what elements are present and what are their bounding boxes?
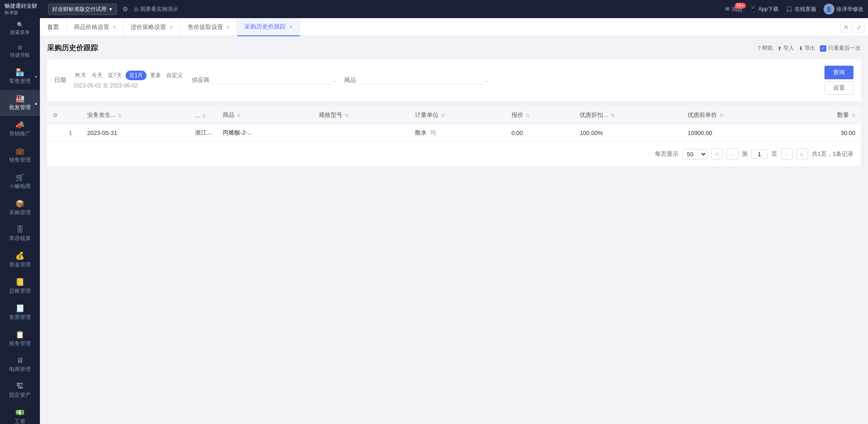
app-download-button[interactable]: 📱 App下载: [750, 5, 779, 13]
th-price[interactable]: 报价 ⇅: [506, 106, 575, 124]
tab-home[interactable]: 首页: [40, 18, 67, 36]
date-range-display: 2023-05-02 至 2023-06-02: [73, 82, 185, 90]
row-price: 0.00: [506, 124, 575, 142]
tab-purchase-strategy[interactable]: 进价策略设置 ×: [123, 18, 180, 36]
supplier-label: 供应商: [192, 76, 210, 84]
tabbar-actions: ✕ ⤢: [841, 22, 868, 33]
message-icon: ✉: [725, 6, 730, 12]
maximize-tab-button[interactable]: ⤢: [853, 22, 864, 33]
chevron-up-icon: ▴: [35, 101, 37, 106]
tabbar: 首页 商品价格设置 × 进价策略设置 × 售价提取设置 × 采购历史价跟踪 × …: [40, 18, 868, 36]
tab-purchase-history[interactable]: 采购历史价跟踪 ×: [237, 18, 300, 36]
th-goods[interactable]: 商品 ⇅: [217, 106, 313, 124]
sidebar-search[interactable]: 🔍 搜索菜单: [0, 18, 40, 41]
data-table-wrap: ⚙ 业务发生... ⇅ ... ⇅: [47, 106, 861, 166]
page-suffix: 页: [771, 150, 777, 158]
th-qty[interactable]: 数量 ⇅: [792, 106, 861, 124]
close-tab-goods-price[interactable]: ×: [113, 24, 116, 30]
row-discount: 100.00%: [574, 124, 682, 142]
wholesale-icon: 🏭: [15, 94, 24, 103]
sidebar-item-finance[interactable]: 💰 资金管理: [0, 247, 40, 273]
page-number-input[interactable]: [751, 149, 768, 159]
supplier-input[interactable]: [211, 76, 331, 85]
close-tab-button[interactable]: ✕: [841, 22, 852, 33]
th-discount[interactable]: 优惠折扣... ⇅: [574, 106, 682, 124]
sort-icon-biz-date: ⇅: [118, 113, 122, 118]
sidebar-item-ecommerce[interactable]: 🖥 电商管理: [0, 352, 40, 378]
sort-icon-spec: ⇅: [345, 113, 349, 118]
tab-goods-price[interactable]: 商品价格设置 ×: [67, 18, 123, 36]
online-service-button[interactable]: 🎧 在线客服: [786, 5, 816, 13]
sidebar-item-ecommerce-small[interactable]: 🛒 小畅电商: [0, 169, 40, 195]
export-button[interactable]: ⬇ 导出: [799, 44, 815, 52]
close-tab-price-extract[interactable]: ×: [227, 24, 229, 30]
avatar: 👤: [824, 4, 834, 14]
sidebar-item-ledger[interactable]: 📒 总账管理: [0, 273, 40, 299]
version-selector[interactable]: 好业财标准版交付试用 ▼: [48, 4, 117, 15]
next-page-button[interactable]: ›: [781, 148, 793, 160]
query-button[interactable]: 查询: [824, 66, 853, 79]
date-btn-yesterday[interactable]: 昨天: [73, 71, 88, 80]
settings-icon[interactable]: ⚙: [121, 4, 130, 14]
app-logo: 畅捷通好业财 标准版: [5, 3, 44, 16]
sidebar-item-invoice[interactable]: 🧾 发票管理: [0, 299, 40, 326]
first-page-button[interactable]: ⊲: [711, 148, 723, 160]
row-spec: [313, 124, 410, 142]
row-col3: 浙江...: [190, 124, 217, 142]
import-button[interactable]: ⬆ 导入: [777, 44, 794, 52]
th-col3[interactable]: ... ⇅: [190, 106, 217, 124]
only-last-checkbox-wrap[interactable]: ✓ 只看最后一次: [820, 44, 861, 52]
goods-more-btn[interactable]: ...: [485, 77, 489, 83]
row-biz-date: 2023-05-31: [82, 124, 190, 142]
filter-bar: 日期 昨天 今天 近7天 近1月 更多 自定义 2023-05-02 至 202…: [47, 59, 861, 101]
th-unit[interactable]: 计量单位 ⇅: [410, 106, 506, 124]
supplier-more-btn[interactable]: ...: [332, 77, 337, 83]
th-pre-discount-price[interactable]: 优惠前单价 ⇅: [682, 106, 792, 124]
data-table: ⚙ 业务发生... ⇅ ... ⇅: [47, 106, 861, 141]
date-btn-today[interactable]: 今天: [90, 71, 104, 80]
goods-filter: 商品 ...: [344, 76, 489, 85]
date-btn-7days[interactable]: 近7天: [106, 71, 124, 80]
page-label: 第: [742, 150, 748, 158]
sidebar-item-inventory[interactable]: 🗄 库存核算: [0, 221, 40, 247]
th-spec[interactable]: 规格型号 ⇅: [313, 106, 410, 124]
tab-price-extract[interactable]: 售价提取设置 ×: [180, 18, 237, 36]
sidebar-item-sales[interactable]: 💼 销售管理: [0, 142, 40, 169]
th-biz-date[interactable]: 业务发生... ⇅: [82, 106, 190, 124]
retail-icon: 🏪: [15, 68, 24, 77]
total-info: 共1页，1条记录: [812, 150, 853, 158]
row-unit: 散水 吨: [410, 124, 506, 142]
message-button[interactable]: ✉ 消息 99+: [725, 5, 742, 13]
sidebar-quick-nav[interactable]: ⊞ 快捷导航: [0, 41, 40, 63]
export-icon: ⬇: [799, 45, 803, 52]
column-settings-icon[interactable]: ⚙: [53, 112, 58, 119]
only-last-checkbox[interactable]: ✓: [820, 45, 826, 52]
date-btn-custom[interactable]: 自定义: [165, 71, 185, 80]
help-button[interactable]: ? 帮助: [757, 44, 773, 52]
last-page-button[interactable]: ⊳: [796, 148, 808, 160]
demo-link[interactable]: ◎ 我要看实例演示: [134, 5, 178, 13]
purchase-icon: 📦: [15, 199, 24, 208]
sales-icon: 💼: [15, 147, 24, 155]
goods-input[interactable]: [358, 76, 483, 85]
sort-icon-discount: ⇅: [611, 113, 614, 118]
sidebar-item-wholesale[interactable]: 🏭 批发管理 ▴: [0, 90, 40, 116]
settings-button[interactable]: 设置: [824, 81, 853, 95]
import-icon: ⬆: [777, 45, 782, 52]
sidebar-item-purchase[interactable]: 📦 采购管理: [0, 195, 40, 221]
sidebar-item-fixed-assets[interactable]: 🏗 固定资产: [0, 378, 40, 404]
close-tab-purchase-strategy[interactable]: ×: [170, 24, 172, 30]
date-btn-more[interactable]: 更多: [148, 71, 163, 80]
prev-page-button[interactable]: ‹: [727, 148, 738, 160]
fixed-assets-icon: 🏗: [16, 382, 24, 390]
per-page-select[interactable]: 50 100 200: [682, 149, 707, 159]
date-btn-1month[interactable]: 近1月: [126, 71, 147, 80]
close-tab-purchase-history[interactable]: ×: [289, 24, 292, 29]
user-menu-button[interactable]: 👤 徐泽华修改: [824, 4, 863, 14]
row-qty: 30.00: [792, 124, 861, 142]
sidebar-item-retail[interactable]: 🏪 零售管理 ▾: [0, 63, 40, 90]
sidebar-item-payroll[interactable]: 💵 工资: [0, 404, 40, 424]
sidebar-item-marketing[interactable]: 📣 营销推广: [0, 116, 40, 142]
sidebar-item-tax[interactable]: 📋 税务管理: [0, 326, 40, 352]
page-header: 采购历史价跟踪 ? 帮助 ⬆ 导入 ⬇ 导出 ✓: [47, 43, 861, 53]
